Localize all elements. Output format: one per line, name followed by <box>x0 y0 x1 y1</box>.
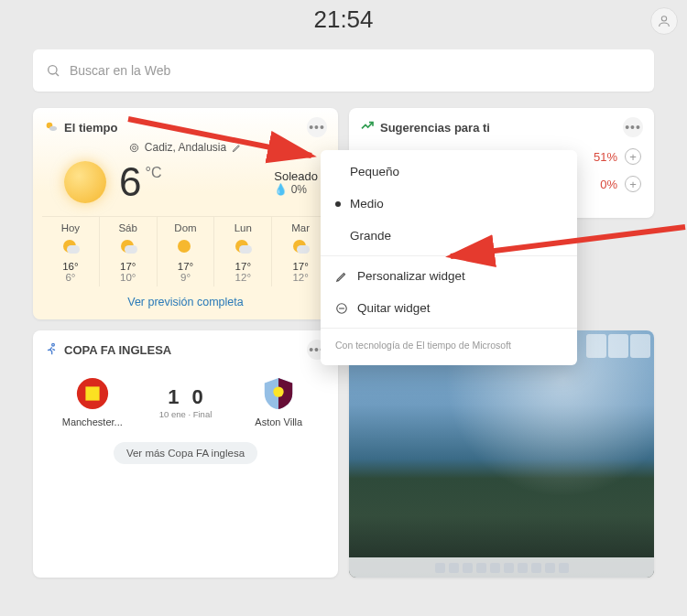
wallpaper-image <box>349 330 654 578</box>
search-placeholder: Buscar en la Web <box>70 63 170 78</box>
svg-point-1 <box>49 66 57 74</box>
running-icon <box>44 342 59 357</box>
weather-title: El tiempo <box>64 121 118 135</box>
person-icon <box>657 14 671 28</box>
weather-condition: Soleado <box>274 169 318 183</box>
desktop-icon <box>586 334 606 358</box>
weather-icon <box>44 120 59 135</box>
plus-icon[interactable]: + <box>625 176 641 192</box>
profile-button[interactable] <box>650 7 678 35</box>
score: 10 <box>155 385 216 409</box>
forecast-day[interactable]: Lun17°12° <box>213 217 271 286</box>
pencil-icon[interactable] <box>232 143 242 153</box>
weather-location[interactable]: Cadiz, Andalusia <box>145 141 226 154</box>
svg-point-0 <box>661 16 666 21</box>
svg-line-2 <box>56 73 59 76</box>
desktop-icon <box>608 334 628 358</box>
score-row[interactable]: Manchester... 10 10 ene · Final Aston Vi… <box>33 365 338 433</box>
svg-point-10 <box>274 386 284 396</box>
desktop-icon <box>630 334 650 358</box>
taskbar <box>349 557 654 578</box>
menu-item-large[interactable]: Grande <box>321 220 577 252</box>
forecast-day[interactable]: Dom17°9° <box>157 217 214 286</box>
menu-item-small[interactable]: Pequeño <box>321 156 577 188</box>
forecast-day[interactable]: Hoy16°6° <box>42 217 99 286</box>
suggestions-more-button[interactable]: ••• <box>623 117 643 137</box>
target-icon <box>129 143 139 153</box>
clock: 21:54 <box>313 5 373 34</box>
forecast-day[interactable]: Sáb17°10° <box>99 217 157 286</box>
widget-context-menu: Pequeño Medio Grande Personalizar widget… <box>321 150 577 365</box>
search-icon <box>46 63 60 78</box>
team-a: Manchester... <box>51 376 134 427</box>
svg-point-6 <box>130 144 137 151</box>
svg-point-7 <box>52 343 55 346</box>
suggestion-pct: 51% <box>594 150 617 164</box>
pencil-icon <box>335 270 348 283</box>
weather-more-button[interactable]: ••• <box>307 117 327 137</box>
wallpaper-card[interactable] <box>349 330 654 578</box>
menu-item-medium[interactable]: Medio <box>321 188 577 220</box>
suggestion-pct: 0% <box>600 178 617 191</box>
trend-icon <box>360 120 375 135</box>
see-forecast-link[interactable]: Ver previsión completa <box>33 286 338 319</box>
sun-icon <box>64 161 106 203</box>
weather-humidity: 💧 0% <box>274 183 318 196</box>
plus-icon[interactable]: + <box>625 148 641 165</box>
svg-rect-9 <box>85 386 99 400</box>
manutd-badge-icon <box>75 376 110 411</box>
suggestions-title: Sugerencias para ti <box>380 121 490 135</box>
menu-item-remove[interactable]: Quitar widget <box>321 292 577 324</box>
menu-footer: Con tecnología de El tiempo de Microsoft <box>321 332 577 360</box>
current-temp: 6°C <box>119 159 161 205</box>
selected-dot-icon <box>335 201 341 207</box>
search-input[interactable]: Buscar en la Web <box>33 49 654 92</box>
minus-circle-icon <box>335 302 348 315</box>
forecast-row: Hoy16°6° Sáb17°10° Dom17°9° Lun17°12° Ma… <box>42 216 329 286</box>
sports-card: COPA FA INGLESA ••• Manchester... 10 10 … <box>33 330 338 578</box>
see-more-sports-link[interactable]: Ver más Copa FA inglesa <box>114 442 257 464</box>
team-b: Aston Villa <box>237 376 320 427</box>
sports-title: COPA FA INGLESA <box>64 343 171 357</box>
svg-point-5 <box>132 146 136 149</box>
svg-point-4 <box>49 126 57 131</box>
menu-item-customize[interactable]: Personalizar widget <box>321 260 577 292</box>
match-meta: 10 ene · Final <box>155 409 216 419</box>
weather-card: El tiempo ••• Cadiz, Andalusia 6°C Solea… <box>33 108 338 319</box>
astonvilla-badge-icon <box>261 376 296 411</box>
